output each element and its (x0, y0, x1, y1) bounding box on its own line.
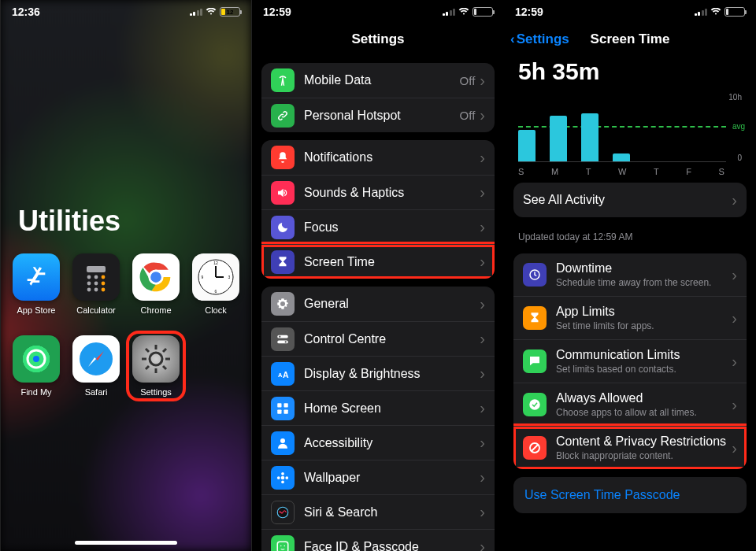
settings-icon (132, 335, 180, 383)
app-findmy[interactable]: Find My (11, 335, 61, 397)
moon-icon (271, 216, 295, 239)
st-row-always-allowed[interactable]: Always AllowedChoose apps to allow at al… (513, 383, 747, 426)
nosign-icon (523, 436, 547, 460)
settings-row-screen-time[interactable]: Screen Time › (261, 244, 495, 279)
st-row-downtime[interactable]: DowntimeSchedule time away from the scre… (513, 253, 747, 296)
chevron-right-icon: › (480, 399, 485, 417)
battery-icon: 12 (220, 7, 240, 17)
svg-line-32 (163, 366, 166, 369)
settings-row-home-screen[interactable]: Home Screen › (261, 390, 495, 425)
use-passcode-button[interactable]: Use Screen Time Passcode (513, 477, 747, 513)
person-icon (271, 431, 295, 455)
settings-row-accessibility[interactable]: Accessibility › (261, 425, 495, 460)
status-time: 12:59 (515, 6, 543, 18)
cellular-icon (443, 8, 456, 16)
chevron-right-icon: › (480, 295, 485, 313)
battery-icon: 7 (724, 7, 745, 17)
app-settings[interactable]: Settings (131, 335, 181, 397)
status-bar: 12:36 12 (1, 0, 251, 24)
st-row-communication-limits[interactable]: Communication LimitsSet limits based on … (513, 339, 747, 383)
app-calculator[interactable]: Calculator (71, 253, 121, 315)
check-icon (523, 393, 547, 416)
status-time: 12:59 (263, 6, 291, 18)
chevron-right-icon: › (480, 434, 485, 452)
svg-rect-0 (87, 266, 106, 272)
settings-row-control-centre[interactable]: Control Centre › (261, 321, 495, 356)
status-time: 12:36 (12, 6, 40, 18)
cellular-icon (190, 8, 203, 16)
svg-line-34 (146, 366, 149, 369)
settings-row-wallpaper[interactable]: Wallpaper › (261, 460, 495, 494)
antenna-icon (271, 68, 295, 92)
home-screen-panel: 12:36 12 Utilities App Store Calculator … (0, 0, 252, 551)
calculator-icon (72, 253, 120, 301)
status-bar: 12:59 7 (252, 0, 504, 24)
chevron-right-icon: › (480, 538, 485, 551)
svg-point-6 (102, 282, 106, 286)
updated-text: Updated today at 12:59 AM (504, 225, 756, 246)
wifi-icon (710, 8, 721, 16)
bar-S (518, 130, 536, 162)
svg-rect-44 (284, 409, 288, 413)
chevron-right-icon: › (480, 253, 485, 271)
st-row-app-limits[interactable]: App LimitsSet time limits for apps. › (513, 296, 747, 339)
see-all-activity[interactable]: See All Activity › (513, 183, 747, 217)
settings-row-general[interactable]: General › (261, 287, 495, 321)
hourglass-icon (523, 306, 547, 330)
chevron-right-icon: › (732, 439, 737, 457)
flower-icon (271, 466, 295, 490)
home-indicator[interactable] (75, 541, 177, 545)
settings-row-focus[interactable]: Focus › (261, 209, 495, 244)
settings-list[interactable]: Mobile Data Off › Personal Hotspot Off ›… (252, 55, 504, 551)
aa-icon: AA (271, 362, 295, 386)
chevron-right-icon: › (480, 468, 485, 486)
page-title: Settings (351, 31, 404, 47)
chat-icon (523, 349, 547, 373)
settings-row-display-brightness[interactable]: AA Display & Brightness › (261, 356, 495, 390)
app-chrome[interactable]: Chrome (131, 253, 181, 315)
svg-point-8 (94, 288, 98, 292)
svg-point-3 (102, 276, 106, 279)
chevron-right-icon: › (732, 309, 737, 327)
settings-row-siri-search[interactable]: Siri & Search › (261, 494, 495, 529)
settings-row-face-id-passcode[interactable]: Face ID & Passcode › (261, 529, 495, 551)
chrome-icon (132, 253, 180, 301)
settings-row-sounds-haptics[interactable]: Sounds & Haptics › (261, 175, 495, 209)
nav-bar: Settings (252, 24, 504, 55)
svg-text:A: A (278, 371, 283, 378)
svg-text:3: 3 (228, 275, 231, 279)
app-safari[interactable]: Safari (71, 335, 121, 397)
chevron-right-icon: › (732, 396, 737, 414)
y-max: 10h (728, 93, 742, 102)
back-button[interactable]: ‹Settings (510, 31, 569, 47)
app-clock[interactable]: 12369Clock (191, 253, 241, 315)
chevron-right-icon: › (480, 149, 485, 167)
safari-icon (72, 335, 120, 383)
svg-point-5 (94, 282, 98, 286)
x-axis (518, 161, 726, 162)
svg-point-53 (280, 545, 282, 546)
settings-row-notifications[interactable]: Notifications › (261, 140, 495, 175)
svg-point-21 (33, 356, 39, 362)
svg-text:6: 6 (215, 289, 217, 294)
svg-point-37 (279, 335, 280, 337)
svg-line-33 (163, 349, 166, 352)
app-appstore[interactable]: App Store (11, 253, 61, 315)
nav-bar: ‹Settings Screen Time (504, 24, 756, 55)
usage-chart[interactable]: 10h 0 avg SMTWTFS (518, 93, 742, 179)
settings-row-personal-hotspot[interactable]: Personal Hotspot Off › (261, 98, 495, 132)
st-row-content-privacy-restrictions[interactable]: Content & Privacy RestrictionsBlock inap… (513, 426, 747, 469)
settings-row-mobile-data[interactable]: Mobile Data Off › (261, 63, 495, 98)
svg-point-38 (285, 341, 287, 342)
screentime-content[interactable]: 5h 35m 10h 0 avg SMTWTFS See All Activit… (504, 55, 756, 551)
bell-icon (271, 146, 295, 169)
chevron-right-icon: › (732, 191, 737, 209)
app-grid: App Store Calculator Chrome 12369Clock F… (1, 253, 251, 397)
status-bar: 12:59 7 (504, 0, 756, 24)
svg-point-49 (277, 476, 280, 479)
svg-point-50 (285, 476, 288, 479)
svg-point-4 (87, 282, 91, 286)
chevron-right-icon: › (480, 183, 485, 202)
svg-point-2 (94, 276, 98, 279)
faceid-icon (271, 535, 295, 552)
